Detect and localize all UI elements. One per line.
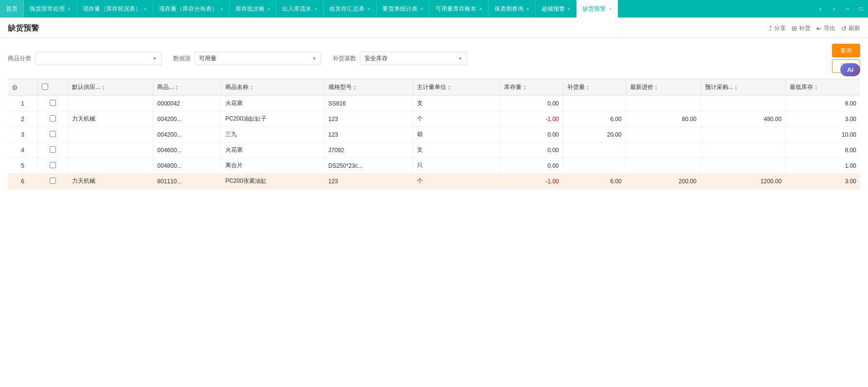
cell-product_code: 004200... <box>153 127 221 142</box>
cell-min_stock: 3.00 <box>786 174 860 189</box>
cell-stock: -1.00 <box>500 111 563 127</box>
nav-tab-recv-summary[interactable]: 收发存汇总表× <box>324 0 377 18</box>
close-tab-batch-account[interactable]: × <box>268 6 271 12</box>
refresh-icon: ↺ <box>841 25 847 32</box>
nav-tab-inventory-dist[interactable]: 现存量（库存分布表）× <box>153 0 230 18</box>
nav-tab-home[interactable]: 首页 <box>0 0 24 18</box>
cell-est_purchase: 480.00 <box>701 111 786 127</box>
select-all-checkbox[interactable] <box>42 84 48 90</box>
table-body: 10000042火花塞SS816支0.008.002力天机械004200...P… <box>8 96 860 189</box>
cell-product_name: 火花塞 <box>221 142 324 158</box>
cell-product_code: 004200... <box>153 111 221 127</box>
share-button[interactable]: ⤴ 分享 <box>769 24 786 33</box>
close-tab-exception[interactable]: × <box>68 6 71 12</box>
cell-est_purchase <box>701 127 786 142</box>
close-tab-shortage[interactable]: × <box>609 6 612 12</box>
col-header-default_supplier[interactable]: 默认供应... <box>68 79 153 96</box>
nav-tab-overstock[interactable]: 超储预警× <box>536 0 577 18</box>
replenish-base-select[interactable]: 安全库存 ▼ <box>360 52 467 65</box>
ai-button[interactable]: Ai <box>840 63 860 76</box>
nav-tab-available-ledger[interactable]: 可用量库存账本× <box>430 0 488 18</box>
datasource-select[interactable]: 可用量 ▼ <box>195 52 321 65</box>
cell-spec: 123 <box>324 127 413 142</box>
sort-icon-replenish_qty[interactable] <box>586 85 589 90</box>
sort-icon-est_purchase[interactable] <box>735 85 738 90</box>
datasource-filter-group: 数据源 可用量 ▼ <box>173 52 321 65</box>
cell-default_supplier: 力天机械 <box>68 111 153 127</box>
col-header-unit[interactable]: 主计量单位 <box>413 79 500 96</box>
close-tab-inventory-dist[interactable]: × <box>220 6 223 12</box>
col-header-latest_price[interactable]: 最新进价 <box>626 79 701 96</box>
query-button[interactable]: 查询 <box>832 44 860 57</box>
nav-tab-exception[interactable]: 拣货异常处理× <box>24 0 77 18</box>
cell-spec: SS816 <box>324 96 413 111</box>
col-header-product_name[interactable]: 商品名称 <box>221 79 324 96</box>
cell-min_stock: 8.00 <box>786 142 860 158</box>
row-checkbox[interactable] <box>50 162 56 168</box>
sort-icon-min_stock[interactable] <box>814 85 817 90</box>
sort-icon-stock[interactable] <box>523 85 526 90</box>
close-tab-available-ledger[interactable]: × <box>479 6 482 12</box>
close-tab-inventory-status[interactable]: × <box>144 6 147 12</box>
window-maximize[interactable]: □ <box>854 0 868 18</box>
col-header-est_purchase[interactable]: 预计采购... <box>701 79 786 96</box>
col-header-stock[interactable]: 库存量 <box>500 79 563 96</box>
col-header-product_code[interactable]: 商品... <box>153 79 221 96</box>
col-header-replenish_qty[interactable]: 补货量 <box>563 79 626 96</box>
table-container: ⚙默认供应...商品...商品名称规格型号主计量单位库存量补货量最新进价预计采购… <box>0 79 868 189</box>
nav-tab-expiry[interactable]: 保质期查询× <box>488 0 536 18</box>
nav-tab-batch-account[interactable]: 库存批次账× <box>230 0 277 18</box>
cell-stock: -1.00 <box>500 174 563 189</box>
row-checkbox[interactable] <box>50 100 56 106</box>
cell-spec: J7092 <box>324 142 413 158</box>
row-checkbox[interactable] <box>50 177 56 184</box>
col-header-settings: ⚙ <box>8 79 37 96</box>
row-checkbox[interactable] <box>50 115 56 122</box>
cell-product_code: 004600... <box>153 142 221 158</box>
col-header-min_stock[interactable]: 最低库存 <box>786 79 860 96</box>
cell-unit: 个 <box>413 111 500 127</box>
close-tab-recv-summary[interactable]: × <box>367 6 370 12</box>
cell-unit: 只 <box>413 158 500 174</box>
close-tab-order-stat[interactable]: × <box>420 6 423 12</box>
cell-replenish_qty <box>563 142 626 158</box>
nav-scroll-right[interactable]: › <box>827 0 841 18</box>
nav-scroll-left[interactable]: ‹ <box>814 0 827 18</box>
cell-latest_price <box>626 142 701 158</box>
replenish-base-label: 补货基数 <box>333 54 356 63</box>
nav-tab-inventory-status[interactable]: 现存量（库存状况表）× <box>77 0 153 18</box>
sort-icon-unit[interactable] <box>448 85 451 90</box>
cell-latest_price <box>626 127 701 142</box>
cell-product_name: 离合片 <box>221 158 324 174</box>
close-tab-flow[interactable]: × <box>314 6 317 12</box>
cell-index: 5 <box>8 158 37 174</box>
col-header-spec[interactable]: 规格型号 <box>324 79 413 96</box>
cell-min_stock: 10.00 <box>786 127 860 142</box>
sort-icon-default_supplier[interactable] <box>102 85 105 90</box>
cell-product_name: PC200油缸缸子 <box>221 111 324 127</box>
sort-icon-product_code[interactable] <box>175 85 178 90</box>
cell-default_supplier <box>68 142 153 158</box>
row-checkbox[interactable] <box>50 131 56 137</box>
category-select[interactable]: ▼ <box>35 52 162 65</box>
gear-icon[interactable]: ⚙ <box>12 84 18 91</box>
nav-tab-flow[interactable]: 出入库流水× <box>276 0 324 18</box>
sort-icon-latest_price[interactable] <box>655 85 658 90</box>
nav-tab-shortage[interactable]: 缺货预警× <box>577 0 618 18</box>
refresh-button[interactable]: ↺ 刷新 <box>841 24 860 33</box>
cell-replenish_qty: 20.00 <box>563 127 626 142</box>
sort-icon-product_name[interactable] <box>250 85 253 90</box>
window-minimize[interactable]: ─ <box>841 0 854 18</box>
cell-checkbox <box>37 127 68 142</box>
row-checkbox[interactable] <box>50 146 56 153</box>
cell-checkbox <box>37 174 68 189</box>
nav-tab-order-stat[interactable]: 要货单统计表× <box>377 0 430 18</box>
sort-icon-spec[interactable] <box>353 85 356 90</box>
page-header: 缺货预警 ⤴ 分享 ⊞ 补货 ⇤ 导出 ↺ 刷新 <box>0 18 868 38</box>
close-tab-expiry[interactable]: × <box>526 6 529 12</box>
export-button[interactable]: ⇤ 导出 <box>816 24 835 33</box>
replenish-button[interactable]: ⊞ 补货 <box>792 24 811 33</box>
cell-index: 1 <box>8 96 37 111</box>
cell-stock: 0.00 <box>500 96 563 111</box>
close-tab-overstock[interactable]: × <box>568 6 571 12</box>
